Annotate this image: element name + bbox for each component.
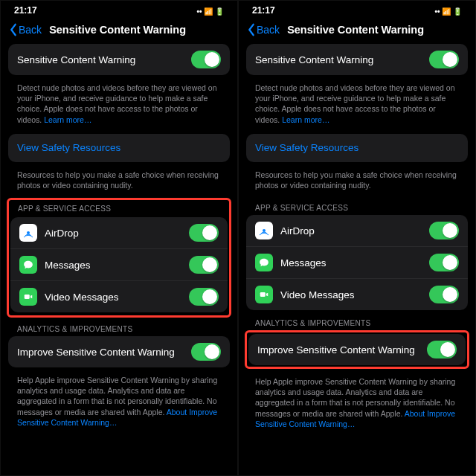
messages-icon	[255, 254, 273, 271]
learn-more-link[interactable]: Learn more…	[44, 115, 91, 124]
analytics-group: Improve Sensitive Content Warning	[8, 336, 230, 367]
video-messages-row[interactable]: Video Messages	[10, 280, 228, 312]
app-access-group: AirDrop Messages Video Messages	[10, 217, 228, 312]
airdrop-toggle[interactable]	[189, 224, 219, 242]
video-messages-label: Video Messages	[45, 292, 181, 303]
app-access-group: AirDrop Messages Video Messages	[246, 215, 468, 310]
settings-scroll[interactable]: Sensitive Content Warning Detect nude ph…	[1, 44, 237, 475]
main-description: Detect nude photos and videos before the…	[246, 80, 468, 134]
airdrop-label: AirDrop	[45, 228, 181, 239]
svg-point-0	[27, 231, 30, 234]
main-description: Detect nude photos and videos before the…	[8, 80, 230, 134]
analytics-highlight: Improve Sensitive Content Warning	[245, 330, 469, 369]
airdrop-row[interactable]: AirDrop	[246, 215, 468, 246]
toggle-label: Sensitive Content Warning	[255, 54, 422, 65]
learn-more-link[interactable]: Learn more…	[282, 115, 329, 124]
video-messages-row[interactable]: Video Messages	[246, 278, 468, 310]
improve-toggle-label: Improve Sensitive Content Warning	[17, 347, 184, 358]
status-time: 21:17	[252, 5, 275, 16]
improve-toggle-row[interactable]: Improve Sensitive Content Warning	[248, 334, 466, 365]
app-access-header: APP & SERVICE ACCESS	[9, 200, 229, 216]
safety-footer: Resources to help you make a safe choice…	[8, 167, 230, 199]
video-messages-label: Video Messages	[280, 289, 422, 300]
safety-link-label: View Safety Resources	[17, 142, 221, 153]
airdrop-label: AirDrop	[280, 225, 422, 237]
sensitive-content-toggle-row[interactable]: Sensitive Content Warning	[246, 44, 468, 75]
airdrop-toggle[interactable]	[429, 222, 459, 239]
analytics-footer: Help Apple improve Sensitive Content War…	[246, 373, 468, 438]
analytics-header: ANALYTICS & IMPROVEMENTS	[246, 315, 468, 330]
sensitive-content-toggle-row[interactable]: Sensitive Content Warning	[8, 44, 230, 75]
status-icons: •• 📶 🔋	[434, 7, 462, 16]
page-title: Sensitive Content Warning	[287, 24, 424, 36]
safety-link-label: View Safety Resources	[255, 142, 459, 153]
view-safety-resources-row[interactable]: View Safety Resources	[8, 134, 230, 162]
video-messages-toggle[interactable]	[189, 288, 219, 306]
left-screenshot: 21:17 •• 📶 🔋 Back Sensitive Content Warn…	[0, 0, 238, 476]
back-button[interactable]: Back	[8, 23, 42, 36]
messages-label: Messages	[45, 260, 181, 271]
svg-rect-1	[25, 295, 30, 299]
improve-toggle-label: Improve Sensitive Content Warning	[257, 344, 419, 356]
messages-toggle[interactable]	[189, 256, 219, 274]
messages-row[interactable]: Messages	[10, 248, 228, 280]
status-time: 21:17	[14, 5, 37, 16]
svg-point-2	[263, 229, 266, 232]
toggle-switch[interactable]	[429, 51, 459, 68]
video-messages-icon	[19, 288, 37, 306]
messages-toggle[interactable]	[429, 254, 459, 271]
status-icons: •• 📶 🔋	[196, 7, 224, 16]
messages-row[interactable]: Messages	[246, 246, 468, 278]
improve-toggle[interactable]	[427, 341, 457, 358]
analytics-footer: Help Apple improve Sensitive Content War…	[8, 372, 230, 437]
toggle-label: Sensitive Content Warning	[17, 54, 184, 65]
app-access-highlight: APP & SERVICE ACCESS AirDrop Messages	[7, 198, 231, 318]
safety-footer: Resources to help you make a safe choice…	[246, 167, 468, 199]
status-bar: 21:17 •• 📶 🔋	[1, 1, 237, 17]
video-messages-toggle[interactable]	[429, 286, 459, 303]
improve-toggle[interactable]	[191, 343, 221, 361]
svg-rect-3	[260, 292, 266, 297]
airdrop-icon	[255, 222, 273, 239]
analytics-group: Improve Sensitive Content Warning	[248, 334, 466, 365]
back-button[interactable]: Back	[246, 23, 280, 36]
settings-scroll[interactable]: Sensitive Content Warning Detect nude ph…	[239, 44, 475, 475]
toggle-switch[interactable]	[191, 51, 221, 68]
right-screenshot: 21:17 •• 📶 🔋 Back Sensitive Content Warn…	[238, 0, 476, 476]
chevron-left-icon	[246, 23, 257, 36]
back-label: Back	[19, 24, 42, 36]
view-safety-resources-row[interactable]: View Safety Resources	[246, 134, 468, 162]
main-toggle-group: Sensitive Content Warning	[8, 44, 230, 75]
page-title: Sensitive Content Warning	[49, 24, 186, 36]
video-messages-icon	[255, 286, 273, 303]
back-label: Back	[257, 24, 280, 36]
improve-toggle-row[interactable]: Improve Sensitive Content Warning	[8, 336, 230, 367]
app-access-header: APP & SERVICE ACCESS	[246, 199, 468, 215]
nav-bar: Back Sensitive Content Warning	[239, 17, 475, 44]
safety-resources-group: View Safety Resources	[246, 134, 468, 162]
airdrop-row[interactable]: AirDrop	[10, 217, 228, 248]
main-toggle-group: Sensitive Content Warning	[246, 44, 468, 75]
chevron-left-icon	[8, 23, 19, 36]
nav-bar: Back Sensitive Content Warning	[1, 17, 237, 44]
messages-label: Messages	[280, 257, 422, 268]
safety-resources-group: View Safety Resources	[8, 134, 230, 162]
status-bar: 21:17 •• 📶 🔋	[239, 1, 475, 17]
analytics-header: ANALYTICS & IMPROVEMENTS	[8, 321, 230, 336]
airdrop-icon	[19, 224, 37, 242]
messages-icon	[19, 256, 37, 274]
